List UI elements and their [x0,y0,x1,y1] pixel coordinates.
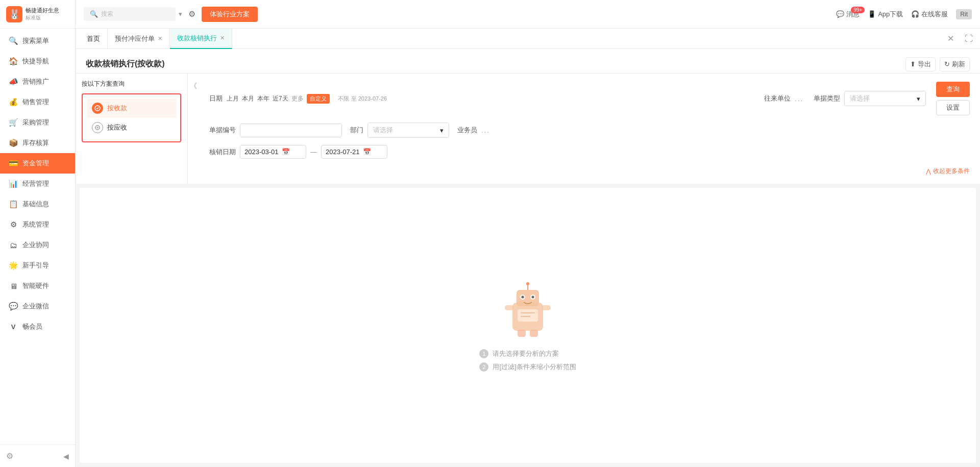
tab-collection-close[interactable]: ✕ [220,35,225,41]
enterprise-icon: 🗂 [8,240,18,250]
app-download-button[interactable]: 📱 App下载 [868,10,903,19]
date-field: 日期 上月 本月 本年 近7天 更多 自定义 [209,94,330,104]
doc-type-field: 单据类型 请选择 ▾ [814,91,926,106]
calendar-end-icon: 📅 [363,148,371,156]
svg-point-6 [522,296,524,298]
sidebar-item-quick-nav[interactable]: 🏠 快捷导航 [0,51,75,71]
sidebar-item-inventory[interactable]: 📦 库存核算 [0,133,75,153]
filter-row-2: 单据编号 部门 请选择 ▾ 业务员 ... [209,122,970,138]
sidebar-item-system[interactable]: ⚙ 系统管理 [0,214,75,235]
tab-actions: ✕ ⛶ [943,32,976,46]
staff-field: 业务员 ... [457,126,490,135]
empty-state: 1 请先选择要分析的方案 2 用[过滤]条件来缩小分析范围 [80,188,976,463]
verify-date-end-input[interactable]: 2023-07-21 📅 [321,145,387,159]
finance-icon: 💳 [8,158,18,168]
tab-prepay-close[interactable]: ✕ [158,35,162,42]
app-icon: 📱 [868,10,876,18]
verify-date-start-input[interactable]: 2023-03-01 📅 [240,145,306,159]
sidebar-item-guide[interactable]: 🌟 新手引导 [0,255,75,276]
svg-rect-13 [530,330,538,337]
basic-icon: 📋 [8,199,18,209]
user-info[interactable]: Rit [956,10,972,18]
topbar-right: 💬 消息 99+ 📱 App下载 🎧 在线客服 Rit [836,10,972,19]
message-button[interactable]: 💬 消息 99+ [836,10,860,19]
member-icon: V [8,322,18,332]
sidebar-gear-icon[interactable]: ⚙ [6,451,13,461]
refresh-button[interactable]: ↻ 刷新 [940,57,970,71]
date-last-month[interactable]: 上月 [227,94,239,103]
export-icon: ⬆ [910,60,916,68]
topbar-gear-icon[interactable]: ⚙ [188,9,195,19]
staff-dots[interactable]: ... [481,127,490,134]
svg-rect-14 [518,309,538,322]
sidebar-item-basic[interactable]: 📋 基础信息 [0,194,75,214]
filter-collapse-button[interactable]: 《 [188,80,199,93]
by-receivable-icon [92,122,103,133]
filter-right-panel: 日期 上月 本月 本年 近7天 更多 自定义 不限 至 [199,73,980,184]
counterparty-label: 往来单位 [764,94,791,103]
empty-tips: 1 请先选择要分析的方案 2 用[过滤]条件来缩小分析范围 [479,349,576,372]
tab-expand-btn[interactable]: ⛶ [962,32,976,46]
sidebar-item-finance[interactable]: 💳 资金管理 [0,153,75,174]
sidebar-logo: 🐰 畅捷通好生意 标准版 [0,0,75,29]
tab-home[interactable]: 首页 [80,29,108,49]
verify-date-field: 核销日期 2023-03-01 📅 — 2023-07-21 📅 [209,145,387,159]
date-to: 至 2023-07-26 [351,95,387,103]
tab-collection[interactable]: 收款核销执行 ✕ [170,29,232,49]
sidebar-item-operation[interactable]: 📊 经营管理 [0,174,75,194]
sidebar-item-sales[interactable]: 💰 销售管理 [0,92,75,112]
filter-option-by-receivable[interactable]: 按应收 [87,118,176,137]
svg-rect-12 [518,330,526,337]
main-content: 🔍 搜索 ▾ ⚙ 体验行业方案 💬 消息 99+ 📱 App下载 🎧 在线客服 … [76,0,980,467]
search-icon: 🔍 [90,10,98,18]
sidebar-item-member[interactable]: V 畅会员 [0,316,75,337]
by-collection-icon [92,103,103,114]
date-this-year[interactable]: 本年 [257,94,270,103]
sidebar-collapse-btn[interactable]: ◀ [63,452,69,460]
tab-prepay[interactable]: 预付冲应付单 ✕ [108,29,170,49]
sidebar-item-hardware[interactable]: 🖥 智能硬件 [0,276,75,296]
solution-button[interactable]: 体验行业方案 [202,7,258,22]
date-custom[interactable]: 自定义 [307,94,330,104]
sidebar-item-marketing[interactable]: 📣 营销推广 [0,71,75,92]
topbar-dropdown-icon[interactable]: ▾ [179,10,182,18]
counterparty-field: 往来单位 ... [764,94,803,103]
collapse-arrow-icon: ⋀ [926,168,931,175]
export-button[interactable]: ⬆ 导出 [905,57,936,71]
dept-field: 部门 请选择 ▾ [350,122,449,138]
dept-select-arrow: ▾ [440,127,444,134]
date-more[interactable]: 更多 [291,94,304,103]
query-button[interactable]: 查询 [936,82,970,97]
doc-type-select[interactable]: 请选择 ▾ [844,91,926,106]
date-7days[interactable]: 近7天 [273,94,288,103]
doc-no-input[interactable] [240,124,342,137]
inventory-icon: 📦 [8,138,18,148]
tab-close-all-btn[interactable]: ✕ [943,32,958,46]
sidebar-item-wechat[interactable]: 💬 企业微信 [0,296,75,316]
message-badge: 99+ [851,7,865,13]
dept-select[interactable]: 请选择 ▾ [368,122,449,138]
svg-point-7 [532,296,534,298]
svg-point-9 [526,282,529,285]
empty-illustration [497,280,558,341]
collapse-more-button[interactable]: ⋀ 收起更多条件 [926,167,970,176]
page-content: 收款核销执行(按收款) ⬆ 导出 ↻ 刷新 按以下方案查询 [76,49,980,467]
sidebar-item-enterprise[interactable]: 🗂 企业协同 [0,235,75,255]
date-this-month[interactable]: 本月 [242,94,254,103]
message-icon: 💬 [836,10,844,18]
online-service-button[interactable]: 🎧 在线客服 [911,10,948,19]
counterparty-dots[interactable]: ... [795,95,803,103]
sidebar-item-purchase[interactable]: 🛒 采购管理 [0,112,75,133]
verify-date-label: 核销日期 [209,148,236,157]
sidebar-item-search[interactable]: 🔍 搜索菜单 [0,31,75,51]
refresh-icon: ↻ [944,60,950,68]
wechat-icon: 💬 [8,301,18,311]
settings-button[interactable]: 设置 [936,100,970,115]
collapse-more-row: ⋀ 收起更多条件 [209,163,970,176]
filter-area: 按以下方案查询 按收款 [76,73,980,184]
tip-num-2: 2 [479,362,488,372]
guide-icon: 🌟 [8,260,18,271]
sidebar: 🐰 畅捷通好生意 标准版 🔍 搜索菜单 🏠 快捷导航 📣 营销推广 💰 销售管理… [0,0,76,467]
topbar-search-box[interactable]: 🔍 搜索 [84,7,176,21]
filter-option-by-collection[interactable]: 按收款 [87,99,176,118]
